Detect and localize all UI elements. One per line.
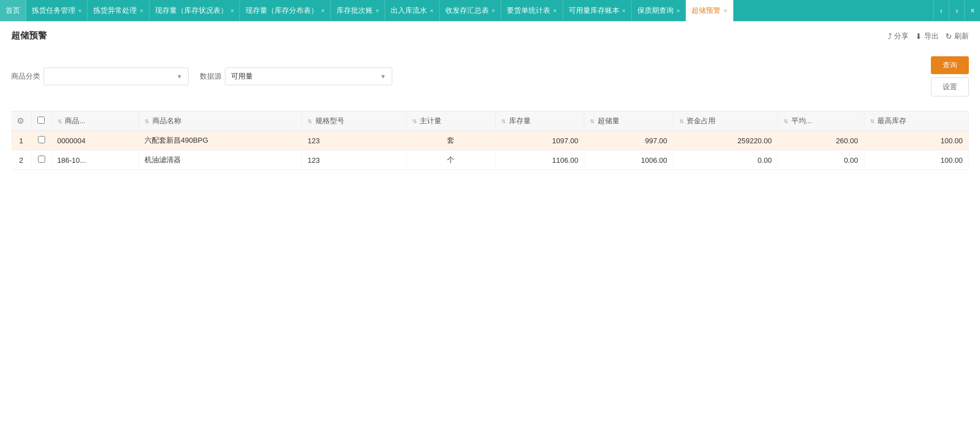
- nav-item-batch[interactable]: 库存批次账 ×: [331, 0, 385, 21]
- chevron-down-icon: ▼: [380, 73, 386, 80]
- col-settings: ⚙: [11, 112, 31, 131]
- page-content: 超储预警 ⤴ 分享 ⬇ 导出 ↻ 刷新 商品分类 ▼ 数据源: [0, 21, 980, 446]
- overstock-cell: 997.00: [584, 131, 673, 151]
- close-icon[interactable]: ×: [622, 7, 626, 14]
- row-num-cell: 2: [11, 151, 31, 170]
- select-all-checkbox[interactable]: [37, 117, 45, 124]
- query-button[interactable]: 查询: [931, 56, 969, 74]
- share-icon: ⤴: [888, 32, 892, 41]
- product-name-cell: 六配套新昌490BPG: [138, 131, 301, 151]
- close-icon[interactable]: ×: [492, 7, 495, 14]
- nav-item-demand-stats[interactable]: 要货单统计表 ×: [501, 0, 563, 21]
- nav-item-overstock[interactable]: 超储预警 ×: [686, 0, 733, 21]
- close-icon[interactable]: ×: [376, 7, 379, 14]
- close-icon[interactable]: ×: [78, 7, 81, 14]
- export-button[interactable]: ⬇ 导出: [915, 31, 939, 41]
- nav-item-inout-flow[interactable]: 出入库流水 ×: [385, 0, 439, 21]
- sort-icon[interactable]: ⇅: [308, 118, 312, 124]
- avg-cell: 0.00: [777, 151, 864, 170]
- close-icon[interactable]: ×: [230, 7, 234, 14]
- sort-icon[interactable]: ⇅: [57, 118, 62, 124]
- page-header: 超储预警 ⤴ 分享 ⬇ 导出 ↻ 刷新: [11, 30, 969, 42]
- col-checkbox: [31, 112, 51, 131]
- settings-button[interactable]: 设置: [931, 77, 969, 96]
- unit-cell: 套: [406, 131, 495, 151]
- page-title: 超储预警: [11, 30, 47, 42]
- filter-bar: 商品分类 ▼ 数据源 可用量 ▼ 查询 设置: [11, 51, 969, 102]
- product-code-cell: 0000004: [51, 131, 138, 151]
- datasource-filter: 数据源 可用量 ▼: [200, 67, 392, 85]
- col-product-name: ⇅ 商品名称: [138, 112, 301, 131]
- refresh-button[interactable]: ↻ 刷新: [945, 31, 969, 41]
- stock-cell: 1097.00: [496, 131, 584, 151]
- sort-icon[interactable]: ⇅: [412, 118, 417, 124]
- col-capital: ⇅ 资金占用: [673, 112, 777, 131]
- nav-prev-arrow[interactable]: ‹: [933, 0, 949, 21]
- top-navigation: 首页 拣货任务管理 × 拣货异常处理 × 现存量（库存状况表） × 现存量（库存…: [0, 0, 980, 21]
- max-stock-cell: 100.00: [864, 131, 968, 151]
- nav-close-all[interactable]: ×: [964, 0, 980, 21]
- overstock-cell: 1006.00: [584, 151, 673, 170]
- product-category-select[interactable]: ▼: [44, 67, 189, 85]
- sort-icon[interactable]: ⇅: [590, 118, 594, 124]
- col-product-code: ⇅ 商品...: [51, 112, 138, 131]
- product-category-filter: 商品分类 ▼: [11, 67, 189, 85]
- nav-next-arrow[interactable]: ›: [949, 0, 964, 21]
- filter-buttons: 查询 设置: [931, 56, 969, 96]
- sort-icon[interactable]: ⇅: [784, 118, 788, 124]
- spec-cell: 123: [302, 151, 406, 170]
- nav-item-avail-stock[interactable]: 可用量库存账本 ×: [563, 0, 632, 21]
- nav-item-exception[interactable]: 拣货异常处理 ×: [88, 0, 149, 21]
- export-icon: ⬇: [915, 32, 922, 41]
- nav-arrows: ‹ › ×: [933, 0, 980, 21]
- row-num-cell: 1: [11, 131, 31, 151]
- close-icon[interactable]: ×: [676, 7, 680, 14]
- row-checkbox-cell: [31, 131, 51, 151]
- col-unit: ⇅ 主计量: [406, 112, 495, 131]
- row-checkbox-cell: [31, 151, 51, 170]
- spec-cell: 123: [302, 131, 406, 151]
- sort-icon[interactable]: ⇅: [145, 118, 149, 124]
- refresh-icon: ↻: [945, 32, 952, 41]
- datasource-label: 数据源: [200, 71, 222, 81]
- col-overstock: ⇅ 超储量: [584, 112, 673, 131]
- product-code-cell: 186-10...: [51, 151, 138, 170]
- chevron-down-icon: ▼: [176, 73, 182, 80]
- col-max-stock: ⇅ 最高库存: [864, 112, 968, 131]
- table-row: 2 186-10... 机油滤清器 123 个 1106.00 1006.00 …: [11, 151, 969, 170]
- close-icon[interactable]: ×: [553, 7, 556, 14]
- col-spec: ⇅ 规格型号: [302, 112, 406, 131]
- max-stock-cell: 100.00: [864, 151, 968, 170]
- avg-cell: 260.00: [777, 131, 864, 151]
- row-checkbox[interactable]: [38, 136, 45, 143]
- nav-item-home[interactable]: 首页: [0, 0, 26, 21]
- sort-icon[interactable]: ⇅: [679, 118, 684, 124]
- table-header-row: ⚙ ⇅ 商品... ⇅ 商品名称 ⇅ 规格型号 ⇅: [11, 112, 969, 131]
- close-icon[interactable]: ×: [430, 7, 433, 14]
- nav-item-task-mgmt[interactable]: 拣货任务管理 ×: [26, 0, 88, 21]
- capital-cell: 0.00: [673, 151, 777, 170]
- gear-icon[interactable]: ⚙: [17, 116, 24, 125]
- datasource-value: 可用量: [231, 71, 253, 81]
- stock-cell: 1106.00: [496, 151, 584, 170]
- sort-icon[interactable]: ⇅: [501, 118, 506, 124]
- page-actions: ⤴ 分享 ⬇ 导出 ↻ 刷新: [888, 31, 969, 41]
- close-icon[interactable]: ×: [321, 7, 324, 14]
- nav-item-stock-dist[interactable]: 现存量（库存分布表） ×: [240, 0, 330, 21]
- capital-cell: 259220.00: [673, 131, 777, 151]
- col-avg: ⇅ 平均...: [777, 112, 864, 131]
- product-name-cell: 机油滤清器: [138, 151, 301, 170]
- col-stock: ⇅ 库存量: [496, 112, 584, 131]
- row-checkbox[interactable]: [38, 156, 45, 163]
- datasource-select[interactable]: 可用量 ▼: [225, 67, 392, 85]
- nav-item-stock-status[interactable]: 现存量（库存状况表） ×: [150, 0, 240, 21]
- nav-item-summary[interactable]: 收发存汇总表 ×: [440, 0, 501, 21]
- close-icon[interactable]: ×: [140, 7, 143, 14]
- share-button[interactable]: ⤴ 分享: [888, 31, 909, 41]
- data-table: ⚙ ⇅ 商品... ⇅ 商品名称 ⇅ 规格型号 ⇅: [11, 111, 969, 170]
- nav-item-quality[interactable]: 保质期查询 ×: [632, 0, 686, 21]
- table-row: 1 0000004 六配套新昌490BPG 123 套 1097.00 997.…: [11, 131, 969, 151]
- unit-cell: 个: [406, 151, 495, 170]
- close-icon[interactable]: ×: [723, 7, 727, 14]
- sort-icon[interactable]: ⇅: [870, 118, 875, 124]
